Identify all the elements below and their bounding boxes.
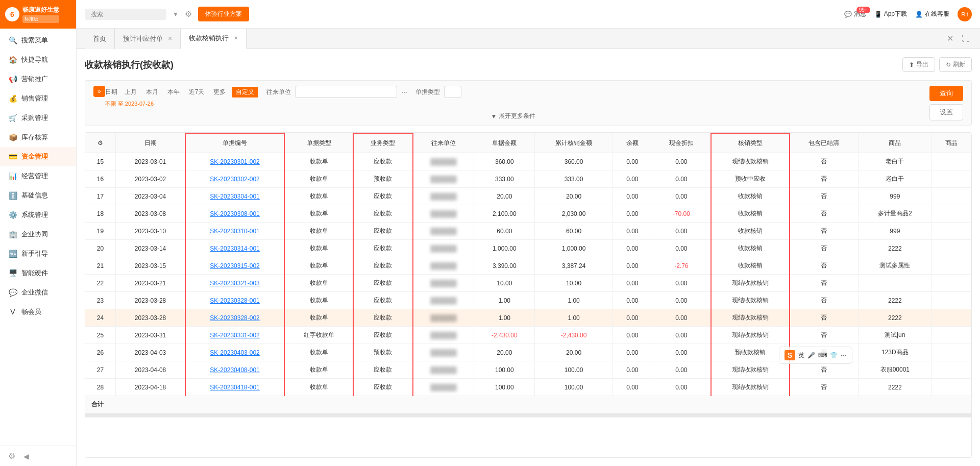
td-product2 [932, 205, 971, 223]
tab-payables[interactable]: 预计冲应付单 ✕ [115, 29, 181, 49]
table-row[interactable]: 20 2023-03-14 SK-20230314-001 收款单 应收款 ██… [85, 240, 971, 257]
page-actions: ⬆ 导出 ↻ 刷新 [902, 57, 972, 72]
receipt-type-select[interactable] [444, 86, 461, 98]
td-product2 [932, 327, 971, 344]
td-cumulative: 1.00 [535, 292, 612, 309]
table-row[interactable]: 22 2023-03-21 SK-20230321-003 收款单 应收款 ██… [85, 275, 971, 292]
table-row[interactable]: 19 2023-03-10 SK-20230310-001 收款单 应收款 ██… [85, 223, 971, 240]
partner-dots[interactable]: ··· [401, 88, 407, 96]
td-include-cleared: 否 [790, 327, 858, 344]
sidebar-item-search[interactable]: 🔍搜索菜单 [0, 31, 76, 50]
query-button[interactable]: 查询 [929, 86, 963, 101]
td-cash-discount: -2.76 [652, 257, 711, 275]
filter-toggle-button[interactable]: » [93, 86, 105, 97]
td-bill-no[interactable]: SK-20230302-002 [185, 170, 284, 188]
sidebar-label-system: 系统管理 [21, 210, 48, 219]
this-year-btn[interactable]: 本年 [164, 87, 183, 97]
table-row[interactable]: 16 2023-03-02 SK-20230302-002 收款单 预收款 ██… [85, 170, 971, 188]
table-row[interactable]: 24 2023-03-28 SK-20230328-002 收款单 应收款 ██… [85, 309, 971, 327]
td-bill-type: 收款单 [284, 292, 353, 309]
td-bill-no[interactable]: SK-20230315-002 [185, 257, 284, 275]
more-btn[interactable]: 更多 [210, 87, 229, 97]
td-bill-no[interactable]: SK-20230418-001 [185, 379, 284, 396]
td-product: 123D商品 [858, 344, 932, 361]
table-row[interactable]: 23 2023-03-28 SK-20230328-001 收款单 应收款 ██… [85, 292, 971, 309]
td-bill-no[interactable]: SK-20230301-002 [185, 153, 284, 170]
table-row[interactable]: 28 2023-04-18 SK-20230418-001 收款单 应收款 ██… [85, 379, 971, 396]
td-biz-type: 应收款 [353, 309, 412, 327]
td-product: 999 [858, 188, 932, 205]
sidebar-item-purchase[interactable]: 🛒采购管理 [0, 108, 76, 128]
table-row[interactable]: 25 2023-03-31 SK-20230331-002 红字收款单 应收款 … [85, 327, 971, 344]
logo-text: 畅康道好生意 标推版 [22, 6, 59, 23]
td-balance: 0.00 [612, 275, 652, 292]
gear-icon[interactable]: ⚙ [185, 9, 192, 19]
message-button[interactable]: 💬 消息 99+ [844, 10, 866, 18]
table-row[interactable]: 21 2023-03-15 SK-20230315-002 收款单 应收款 ██… [85, 257, 971, 275]
td-bill-type: 收款单 [284, 361, 353, 379]
td-cumulative: 20.00 [535, 188, 612, 205]
td-partner: ██████ [413, 240, 474, 257]
sidebar-item-quicknav[interactable]: 🏠快捷导航 [0, 50, 76, 69]
last7-btn[interactable]: 近7天 [186, 87, 208, 97]
td-bill-no[interactable]: SK-20230328-002 [185, 309, 284, 327]
td-bill-no[interactable]: SK-20230321-003 [185, 275, 284, 292]
table-row[interactable]: 17 2023-03-04 SK-20230304-001 收款单 应收款 ██… [85, 188, 971, 205]
td-no: 24 [85, 309, 116, 327]
tab-home[interactable]: 首页 [85, 29, 115, 49]
td-date: 2023-03-02 [116, 170, 186, 188]
sidebar-item-guide[interactable]: 🆕新手引导 [0, 244, 76, 263]
app-download-link[interactable]: 📱 App下载 [874, 10, 907, 18]
td-balance: 0.00 [612, 240, 652, 257]
sidebar-item-enterprise[interactable]: 🏢企业协同 [0, 225, 76, 244]
solution-button[interactable]: 体验行业方案 [198, 7, 249, 21]
close-payables-tab-icon[interactable]: ✕ [168, 36, 172, 41]
td-bill-type: 收款单 [284, 275, 353, 292]
collapse-icon[interactable]: ◀ [23, 452, 29, 460]
td-bill-no[interactable]: SK-20230328-001 [185, 292, 284, 309]
sidebar-item-marketing[interactable]: 📢营销推广 [0, 69, 76, 89]
sidebar-item-wechat[interactable]: 💬企业微信 [0, 283, 76, 302]
refresh-button[interactable]: ↻ 刷新 [939, 57, 972, 72]
th-settings[interactable]: ⚙ [85, 133, 116, 153]
search-input[interactable] [85, 9, 166, 20]
avatar[interactable]: Rit [958, 7, 972, 21]
th-biz-type: 业务类型 [353, 133, 412, 153]
table-row[interactable]: 15 2023-03-01 SK-20230301-002 收款单 应收款 ██… [85, 153, 971, 170]
td-cumulative: 20.00 [535, 344, 612, 361]
sidebar-item-member[interactable]: V畅会员 [0, 302, 76, 322]
sidebar-item-inventory[interactable]: 📦库存核算 [0, 128, 76, 147]
settings-icon[interactable]: ⚙ [8, 451, 15, 461]
sidebar-item-system[interactable]: ⚙️系统管理 [0, 205, 76, 225]
close-collection-tab-icon[interactable]: ✕ [234, 35, 238, 41]
sidebar-item-basic[interactable]: ℹ️基础信息 [0, 186, 76, 205]
th-product: 商品 [858, 133, 932, 153]
maximize-icon[interactable]: ⛶ [960, 34, 972, 43]
td-bill-no[interactable]: SK-20230310-001 [185, 223, 284, 240]
sidebar-item-finance[interactable]: 💳资金管理 [0, 147, 76, 166]
td-bill-no[interactable]: SK-20230314-001 [185, 240, 284, 257]
sidebar-item-sales[interactable]: 💰销售管理 [0, 89, 76, 108]
td-bill-no[interactable]: SK-20230304-001 [185, 188, 284, 205]
sidebar-item-operation[interactable]: 📊经营管理 [0, 166, 76, 186]
this-month-btn[interactable]: 本月 [143, 87, 161, 97]
sidebar-item-hardware[interactable]: 🖥️智能硬件 [0, 263, 76, 283]
partner-input[interactable] [295, 86, 397, 98]
td-bill-no[interactable]: SK-20230403-002 [185, 344, 284, 361]
export-button[interactable]: ⬆ 导出 [902, 57, 935, 72]
close-tab-icon[interactable]: ✕ [945, 34, 955, 43]
expand-button[interactable]: ▼ 展开更多条件 [491, 112, 535, 120]
tab-collection[interactable]: 收款核销执行 ✕ [181, 29, 247, 49]
settings-col-icon[interactable]: ⚙ [97, 139, 103, 146]
logo-icon: 6 [5, 7, 19, 21]
td-bill-no[interactable]: SK-20230308-001 [185, 205, 284, 223]
table-row[interactable]: 18 2023-03-08 SK-20230308-001 收款单 应收款 ██… [85, 205, 971, 223]
custom-date-btn[interactable]: 自定义 [232, 87, 258, 97]
filter-settings-button[interactable]: 设置 [929, 104, 963, 120]
online-service-link[interactable]: 👤 在线客服 [915, 10, 949, 18]
last-month-btn[interactable]: 上月 [121, 87, 140, 97]
td-bill-no[interactable]: SK-20230408-001 [185, 361, 284, 379]
td-bill-type: 收款单 [284, 240, 353, 257]
td-no: 20 [85, 240, 116, 257]
td-bill-no[interactable]: SK-20230331-002 [185, 327, 284, 344]
